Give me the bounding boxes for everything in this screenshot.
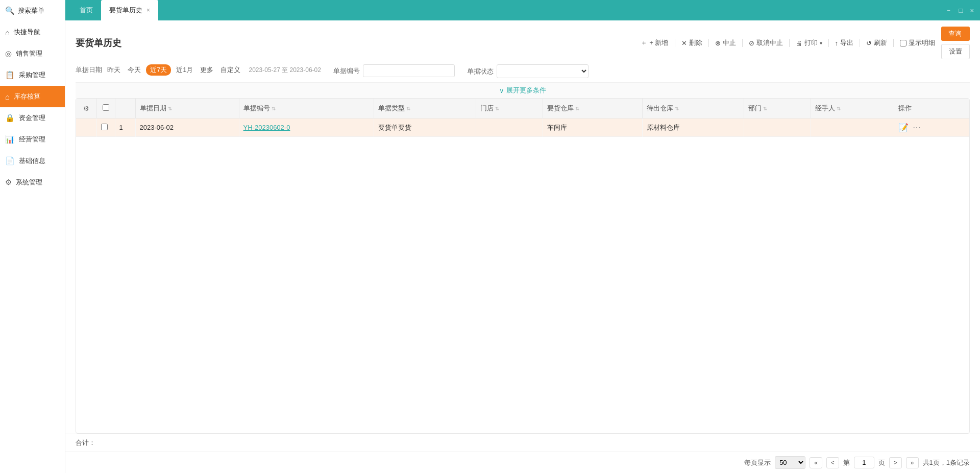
per-page-select[interactable]: 10 20 50 100 <box>775 456 805 469</box>
tab-active-label: 要货单历史 <box>109 6 142 15</box>
th-department-label: 部门 <box>748 104 762 113</box>
settings-col-icon[interactable]: ⚙ <box>83 105 89 112</box>
page-prefix: 第 <box>843 458 850 467</box>
td-req-warehouse: 车间库 <box>543 119 642 137</box>
date-btn-custom[interactable]: 自定义 <box>218 64 242 76</box>
sidebar-item-finance[interactable]: 🔒 资金管理 <box>0 107 65 129</box>
bill-no-filter: 单据编号 <box>333 64 455 77</box>
sort-bill-type-icon[interactable]: ⇅ <box>406 106 410 111</box>
sidebar-item-purchase[interactable]: 📋 采购管理 <box>0 64 65 86</box>
sidebar-item-basics[interactable]: 📄 基础信息 <box>0 150 65 172</box>
sort-req-warehouse-icon[interactable]: ⇅ <box>575 106 579 111</box>
print-dropdown-icon[interactable]: ▾ <box>820 40 822 46</box>
inventory-icon: ⌂ <box>5 92 10 101</box>
sidebar-item-system[interactable]: ⚙ 系统管理 <box>0 172 65 193</box>
settings-button[interactable]: 设置 <box>941 44 970 59</box>
date-btn-today[interactable]: 今天 <box>126 64 143 76</box>
pagination-prev-btn[interactable]: < <box>826 457 839 468</box>
show-detail-checkbox[interactable]: 显示明细 <box>900 38 935 48</box>
sort-store-icon[interactable]: ⇅ <box>495 106 499 111</box>
table-row: 1 2023-06-02 YH-20230602-0 要货单要货 <box>76 119 969 137</box>
window-maximize-btn[interactable]: □ <box>959 7 963 14</box>
refresh-label: 刷新 <box>874 38 887 48</box>
sidebar-item-label: 快捷导航 <box>14 28 40 37</box>
next-page-icon: > <box>894 459 897 466</box>
date-btn-7days[interactable]: 近7天 <box>146 64 171 76</box>
refresh-icon: ↺ <box>866 39 872 47</box>
sidebar-item-label: 销售管理 <box>16 49 42 58</box>
sales-icon: ◎ <box>5 49 12 58</box>
window-minimize-btn[interactable]: － <box>945 6 952 15</box>
search-icon: 🔍 <box>5 6 15 15</box>
td-checkbox <box>96 119 115 137</box>
tab-close-icon[interactable]: × <box>146 7 150 14</box>
per-page-label: 每页显示 <box>744 458 771 467</box>
row-more-icon[interactable]: ⋯ <box>913 123 921 132</box>
sidebar-search[interactable]: 🔍 搜索菜单 <box>0 0 65 21</box>
tab-home[interactable]: 首页 <box>71 0 101 20</box>
th-action: 操作 <box>894 99 969 119</box>
row-pending-warehouse: 原材料仓库 <box>647 124 680 131</box>
delete-button[interactable]: ✕ 删除 <box>681 38 702 48</box>
bill-no-input[interactable] <box>363 64 455 77</box>
bill-no-label: 单据编号 <box>333 66 360 76</box>
cancel-stop-icon: ⊘ <box>749 39 754 47</box>
pagination-last-btn[interactable]: » <box>906 457 919 468</box>
sidebar-item-label: 经营管理 <box>19 135 45 144</box>
sort-date-icon[interactable]: ⇅ <box>168 106 172 111</box>
print-button[interactable]: 🖨 打印 ▾ <box>796 38 822 48</box>
show-detail-input[interactable] <box>900 40 906 46</box>
date-btn-yesterday[interactable]: 昨天 <box>105 64 122 76</box>
sidebar-item-operations[interactable]: 📊 经营管理 <box>0 129 65 150</box>
stop-button[interactable]: ⊗ 中止 <box>715 38 736 48</box>
cancel-stop-label: 取消中止 <box>756 38 783 48</box>
divider2 <box>708 39 709 47</box>
row-checkbox[interactable] <box>101 124 108 130</box>
td-settings <box>76 119 96 137</box>
content-area: 要货单历史 ＋ + 新增 ✕ 删除 ⊗ 中止 ⊘ <box>65 20 980 473</box>
main-area: 首页 要货单历史 × － □ × 要货单历史 ＋ + 新增 ✕ <box>65 0 980 473</box>
stop-label: 中止 <box>723 38 736 48</box>
window-close-btn[interactable]: × <box>970 7 974 14</box>
date-btn-more[interactable]: 更多 <box>198 64 215 76</box>
sidebar-search-label: 搜索菜单 <box>18 6 44 15</box>
export-button[interactable]: ↑ 导出 <box>835 38 854 48</box>
status-select[interactable] <box>497 64 589 78</box>
refresh-button[interactable]: ↺ 刷新 <box>866 38 887 48</box>
new-button[interactable]: ＋ + 新增 <box>641 38 668 48</box>
page-number-input[interactable] <box>854 457 874 468</box>
td-department <box>744 119 811 137</box>
finance-icon: 🔒 <box>5 113 15 123</box>
expand-icon: ∨ <box>499 87 504 94</box>
topbar: 首页 要货单历史 × － □ × <box>65 0 980 20</box>
th-req-warehouse: 要货仓库 ⇅ <box>543 99 642 119</box>
row-num: 1 <box>119 124 123 131</box>
sort-bill-no-icon[interactable]: ⇅ <box>272 106 276 111</box>
export-icon: ↑ <box>835 39 839 47</box>
query-button[interactable]: 查询 <box>941 27 970 41</box>
sort-handler-icon[interactable]: ⇅ <box>837 106 841 111</box>
th-checkbox <box>96 99 115 119</box>
expand-more-btn[interactable]: ∨ 展开更多条件 <box>76 82 970 98</box>
pagination-first-btn[interactable]: « <box>810 457 822 468</box>
sidebar-item-quick-nav[interactable]: ⌂ 快捷导航 <box>0 21 65 43</box>
last-page-icon: » <box>911 459 914 466</box>
sidebar-item-label: 系统管理 <box>16 178 42 187</box>
prev-page-icon: < <box>831 459 835 466</box>
sidebar-item-inventory[interactable]: ⌂ 库存核算 <box>0 86 65 107</box>
select-all-checkbox[interactable] <box>103 104 109 111</box>
sort-pending-warehouse-icon[interactable]: ⇅ <box>675 106 679 111</box>
data-table-container: ⚙ 单据日期 ⇅ <box>76 98 970 434</box>
date-btn-1month[interactable]: 近1月 <box>174 64 195 76</box>
row-bill-no[interactable]: YH-20230602-0 <box>243 124 290 131</box>
th-bill-type-label: 单据类型 <box>378 104 405 113</box>
expand-label: 展开更多条件 <box>506 86 546 95</box>
topbar-right-controls: － □ × <box>945 6 974 15</box>
purchase-icon: 📋 <box>5 70 15 80</box>
cancel-stop-button[interactable]: ⊘ 取消中止 <box>749 38 783 48</box>
pagination-next-btn[interactable]: > <box>889 457 902 468</box>
tab-requisition-history[interactable]: 要货单历史 × <box>101 0 158 20</box>
sort-department-icon[interactable]: ⇅ <box>763 106 767 111</box>
sidebar-item-sales[interactable]: ◎ 销售管理 <box>0 43 65 64</box>
row-edit-icon[interactable]: 📝 <box>898 123 909 132</box>
